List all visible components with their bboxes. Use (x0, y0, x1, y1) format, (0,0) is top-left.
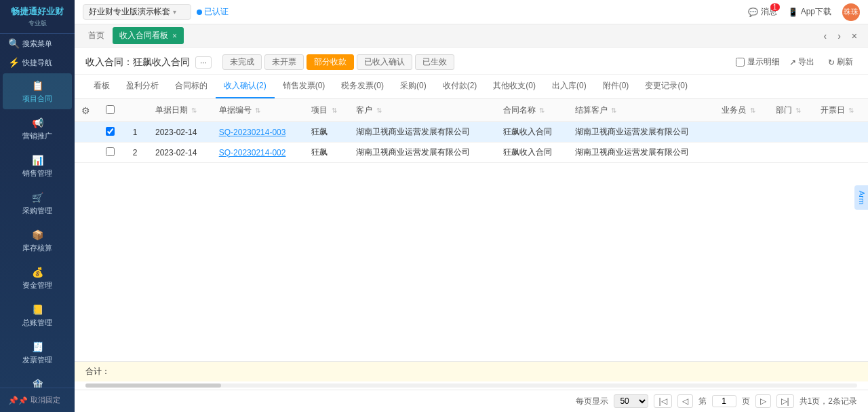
subtab-kanban[interactable]: 看板 (85, 75, 118, 98)
table-row[interactable]: 1 2023-02-14 SQ-20230214-003 狂飙 湖南卫视商业运营… (75, 122, 868, 143)
row1-order-no[interactable]: SQ-20230214-003 (212, 122, 305, 143)
status-incomplete-btn[interactable]: 未完成 (222, 54, 262, 70)
sidebar-item-sales[interactable]: 销售管理 (3, 148, 72, 184)
show-detail-toggle[interactable]: 显示明细 (736, 56, 780, 68)
table-row[interactable]: 2 2023-02-14 SQ-20230214-002 狂飙 湖南卫视商业运营… (75, 143, 868, 163)
page-size-select[interactable]: 50 100 200 (614, 394, 648, 408)
page-first-btn[interactable]: |◁ (654, 394, 671, 408)
page-label-pre: 第 (698, 396, 707, 407)
department-header[interactable]: 部门 ⇅ (769, 99, 814, 122)
status-partial-btn[interactable]: 部分收款 (307, 54, 354, 70)
app-download-btn[interactable]: 📱 App下载 (788, 6, 831, 18)
open-date-header[interactable]: 开票日 ⇅ (814, 99, 868, 122)
row2-checkbox[interactable] (106, 147, 115, 156)
date-header[interactable]: 单据日期 ⇅ (149, 99, 212, 122)
sidebar-item-project[interactable]: 项目合同 (3, 73, 72, 109)
horizontal-scrollbar[interactable] (75, 381, 868, 390)
app-download-icon: 📱 (788, 7, 798, 17)
total-pages-info: 共1页，2条记录 (800, 396, 857, 407)
message-btn[interactable]: 💬 消息 1 (748, 6, 777, 18)
sales-icon (31, 153, 44, 167)
row2-check (99, 143, 121, 163)
sidebar-search[interactable]: 搜索菜单 (0, 34, 75, 53)
page-next-btn[interactable]: ▷ (755, 394, 771, 408)
row2-order-no[interactable]: SQ-20230214-002 (212, 143, 305, 163)
page-number-input[interactable] (712, 395, 736, 407)
home-tab[interactable]: 首页 (83, 27, 110, 44)
subtab-change-log[interactable]: 变更记录(0) (637, 75, 696, 98)
sidebar-quick-nav[interactable]: 快捷导航 (0, 53, 75, 72)
tab-nav-next-btn[interactable]: › (835, 29, 844, 43)
page-last-btn[interactable]: ▷| (776, 394, 794, 408)
sidebar-item-tax[interactable]: 税务管理 (3, 372, 72, 388)
active-tab[interactable]: 收入合同看板 × (113, 27, 184, 44)
subtab-attachment[interactable]: 附件(0) (595, 75, 637, 98)
sidebar-item-marketing[interactable]: 营销推广 (3, 111, 72, 147)
sidebar-item-general[interactable]: 总账管理 (3, 297, 72, 333)
scrollbar-track (85, 383, 857, 388)
sidebar-item-sales-label: 销售管理 (22, 168, 52, 179)
app-logo: 畅捷通好业财 专业版 (0, 0, 75, 34)
verified-dot (197, 10, 202, 15)
company-selector[interactable]: 好业财专业版演示帐套 ▾ (83, 4, 191, 20)
sidebar-search-label: 搜索菜单 (22, 39, 52, 49)
row1-check (99, 122, 121, 143)
right-panel-btn[interactable]: Arm (854, 185, 868, 210)
sidebar-item-fund[interactable]: 资金管理 (3, 260, 72, 296)
fund-icon (31, 265, 44, 279)
scrollbar-thumb[interactable] (85, 383, 221, 388)
subtab-other[interactable]: 其他收支(0) (485, 75, 544, 98)
project-header[interactable]: 项目 ⇅ (304, 99, 349, 122)
subtab-confirm[interactable]: 收入确认(2) (216, 75, 275, 98)
order-no-header[interactable]: 单据编号 ⇅ (212, 99, 305, 122)
page-label-post: 页 (742, 396, 750, 407)
status-unopened-btn[interactable]: 未开票 (264, 54, 304, 70)
sidebar-item-invoice-label: 发票管理 (22, 355, 52, 365)
status-confirmed-btn[interactable]: 已收入确认 (357, 54, 412, 70)
page-prev-btn[interactable]: ◁ (677, 394, 693, 408)
customer-header[interactable]: 客户 ⇅ (349, 99, 496, 122)
row1-checkbox[interactable] (106, 127, 115, 136)
show-detail-checkbox[interactable] (736, 58, 745, 67)
export-btn[interactable]: ↗ 导出 (785, 55, 818, 69)
more-options-btn[interactable]: ··· (195, 56, 212, 69)
subtab-tax-invoice[interactable]: 税务发票(0) (333, 75, 392, 98)
table-header: ⚙ 单据日期 ⇅ 单据编号 ⇅ 项目 ⇅ 客户 ⇅ 合同名称 ⇅ 结算客户 ⇅ … (75, 99, 868, 122)
sidebar-item-purchase[interactable]: 采购管理 (3, 185, 72, 221)
status-buttons: 未完成 未开票 部分收款 已收入确认 已生效 (222, 54, 454, 70)
row2-project: 狂飙 (304, 143, 349, 163)
user-avatar[interactable]: 珠珠 (842, 3, 860, 21)
marketing-icon (31, 116, 44, 130)
subtab-purchase[interactable]: 采购(0) (392, 75, 435, 98)
refresh-label: 刷新 (837, 56, 853, 68)
status-effective-btn[interactable]: 已生效 (415, 54, 454, 70)
tab-nav-prev-btn[interactable]: ‹ (821, 29, 829, 43)
subtab-sales-invoice[interactable]: 销售发票(0) (275, 75, 334, 98)
main-area: 好业财专业版演示帐套 ▾ 已认证 💬 消息 1 📱 App下载 珠珠 首页 收 (75, 0, 868, 412)
sidebar-pin-toggle[interactable]: 📌 取消固定 (5, 392, 69, 408)
logo-text: 畅捷通好业财 (0, 5, 75, 18)
final-customer-header[interactable]: 结算客户 ⇅ (568, 99, 715, 122)
salesperson-header[interactable]: 业务员 ⇅ (715, 99, 769, 122)
sidebar-item-invoice[interactable]: 发票管理 (3, 335, 72, 371)
contract-name-header[interactable]: 合同名称 ⇅ (496, 99, 568, 122)
sidebar-menu: 项目合同 营销推广 销售管理 采购管理 库存核算 资金管理 总账管理 发票管理 (0, 72, 75, 388)
search-icon (8, 38, 20, 49)
row1-project: 狂飙 (304, 122, 349, 143)
pin-icon: 📌 (8, 396, 28, 405)
subtab-standard[interactable]: 合同标的 (167, 75, 216, 98)
subtab-inventory[interactable]: 出入库(0) (544, 75, 595, 98)
refresh-btn[interactable]: ↻ 刷新 (824, 55, 857, 69)
subtab-profit[interactable]: 盈利分析 (118, 75, 167, 98)
subtab-payment[interactable]: 收付款(2) (435, 75, 486, 98)
sidebar-item-stock[interactable]: 库存核算 (3, 223, 72, 259)
settings-icon[interactable]: ⚙ (81, 105, 90, 116)
tab-nav-close-btn[interactable]: × (849, 29, 860, 43)
check-all-checkbox[interactable] (106, 105, 115, 114)
project-sort-icon: ⇅ (332, 107, 337, 114)
tab-close-btn[interactable]: × (172, 31, 177, 41)
content-header: 收入合同：狂飙收入合同 ··· 未完成 未开票 部分收款 已收入确认 已生效 显… (75, 48, 868, 75)
refresh-icon: ↻ (828, 58, 835, 67)
company-name: 好业财专业版演示帐套 (89, 6, 170, 18)
table-wrapper: ⚙ 单据日期 ⇅ 单据编号 ⇅ 项目 ⇅ 客户 ⇅ 合同名称 ⇅ 结算客户 ⇅ … (75, 99, 868, 361)
